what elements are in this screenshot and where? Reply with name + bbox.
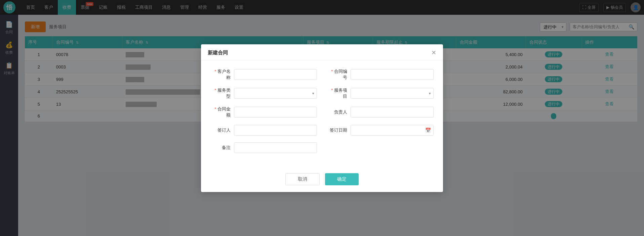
dialog-header: 新建合同 ✕ bbox=[201, 44, 443, 60]
remark-input[interactable] bbox=[234, 142, 317, 153]
signatory-label: 签订人 bbox=[210, 127, 234, 133]
dialog-close-button[interactable]: ✕ bbox=[431, 50, 436, 56]
form-row-4: 签订人 签订日期 2023-06-06 📅 bbox=[210, 125, 434, 136]
sign-date-label: 签订日期 bbox=[327, 127, 351, 133]
remark-field: 备注 bbox=[210, 142, 317, 153]
signatory-input[interactable] bbox=[234, 125, 317, 136]
remark-label: 备注 bbox=[210, 145, 234, 151]
dialog-title: 新建合同 bbox=[208, 50, 228, 56]
service-item-select[interactable] bbox=[351, 88, 434, 99]
contract-no-input[interactable] bbox=[351, 69, 434, 80]
amount-label: 合同金额 bbox=[210, 106, 234, 118]
dialog: 新建合同 ✕ 客户名称 合同编号 服务类型 bbox=[201, 44, 443, 192]
confirm-button[interactable]: 确定 bbox=[325, 173, 359, 185]
customer-name-field: 客户名称 bbox=[210, 68, 317, 81]
sign-date-field: 签订日期 2023-06-06 📅 bbox=[327, 125, 434, 136]
contract-no-label: 合同编号 bbox=[327, 68, 351, 81]
service-item-select-wrap bbox=[351, 88, 434, 99]
amount-field: 合同金额 0.00 bbox=[210, 106, 317, 118]
service-type-select[interactable] bbox=[234, 88, 317, 99]
responsible-field: 负责人 bbox=[327, 106, 434, 118]
responsible-input[interactable] bbox=[351, 107, 434, 117]
cancel-button[interactable]: 取消 bbox=[285, 173, 320, 185]
service-type-select-wrap bbox=[234, 88, 317, 99]
service-item-label: 服务项目 bbox=[327, 87, 351, 99]
customer-name-label: 客户名称 bbox=[210, 68, 234, 81]
amount-input[interactable]: 0.00 bbox=[234, 107, 317, 117]
form-row-5: 备注 bbox=[210, 142, 434, 153]
calendar-icon[interactable]: 📅 bbox=[425, 128, 431, 133]
service-type-field: 服务类型 bbox=[210, 87, 317, 99]
contract-no-field: 合同编号 bbox=[327, 68, 434, 81]
dialog-overlay: 新建合同 ✕ 客户名称 合同编号 服务类型 bbox=[0, 0, 644, 236]
form-row-2: 服务类型 服务项目 bbox=[210, 87, 434, 99]
form-row-1: 客户名称 合同编号 bbox=[210, 68, 434, 81]
sign-date-wrap: 2023-06-06 📅 bbox=[351, 125, 434, 136]
service-type-label: 服务类型 bbox=[210, 87, 234, 99]
dialog-footer: 取消 确定 bbox=[201, 168, 443, 192]
dialog-body: 客户名称 合同编号 服务类型 bbox=[201, 60, 443, 168]
sign-date-input[interactable]: 2023-06-06 bbox=[351, 125, 434, 136]
signatory-field: 签订人 bbox=[210, 125, 317, 136]
customer-name-input[interactable] bbox=[234, 69, 317, 80]
form-row-3: 合同金额 0.00 负责人 bbox=[210, 106, 434, 118]
service-item-field: 服务项目 bbox=[327, 87, 434, 99]
responsible-label: 负责人 bbox=[327, 109, 351, 115]
